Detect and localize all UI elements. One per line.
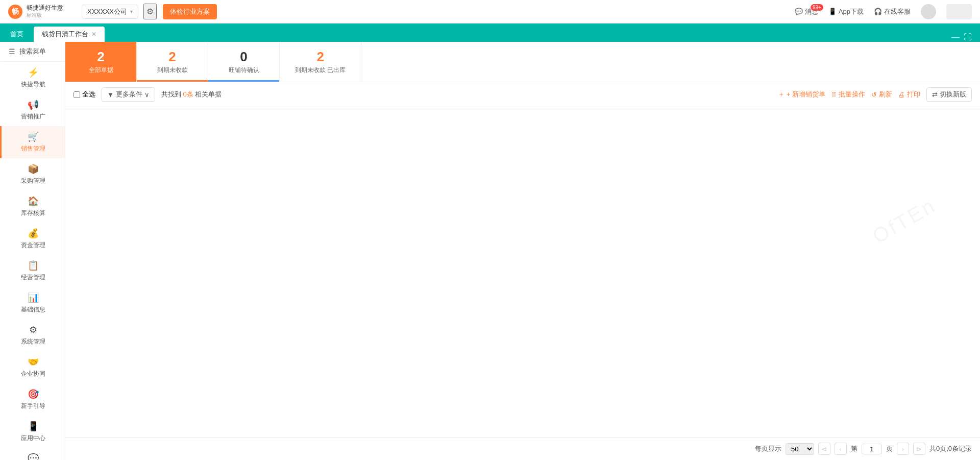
found-text: 共找到 0条 相关单据 — [161, 90, 222, 99]
purchase-icon: 📦 — [28, 163, 39, 175]
marketing-label: 营销推广 — [21, 112, 45, 121]
per-page-label: 每页显示 — [755, 444, 781, 453]
add-sale-button[interactable]: ＋ + 新增销货单 — [778, 90, 825, 99]
stat-card-overdue-shipped[interactable]: 2 到期未收款 已出库 — [280, 42, 361, 82]
print-label: 打印 — [907, 90, 920, 99]
select-all-input[interactable] — [74, 91, 80, 98]
company-name: XXXXXX公司 — [87, 7, 127, 16]
switch-label: 切换新版 — [940, 90, 966, 99]
nav-tabs-bar: 首页 钱货日清工作台 ✕ — ⛶ — [0, 23, 980, 42]
batch-operation-button[interactable]: ⠿ 批量操作 — [831, 90, 865, 99]
sidebar-item-app-center[interactable]: 📱 应用中心 — [0, 416, 65, 448]
trial-button[interactable]: 体验行业方案 — [163, 4, 217, 19]
print-button[interactable]: 🖨 打印 — [898, 90, 920, 99]
search-menu-icon: ☰ — [9, 47, 15, 56]
search-menu-label: 搜索菜单 — [19, 47, 46, 56]
sidebar-item-inventory[interactable]: 🏠 库存核算 — [0, 190, 65, 223]
enterprise-collab-label: 企业协同 — [21, 370, 45, 378]
messages-badge: 99+ — [811, 4, 823, 11]
stat-num-wangpu: 0 — [240, 49, 247, 65]
service-icon: 🎧 — [874, 8, 882, 15]
total-info: 共0页,0条记录 — [929, 444, 972, 453]
main-layout: ☰ 搜索菜单 ⚡ 快捷导航 📢 营销推广 🛒 销售管理 📦 采购管理 🏠 库存核… — [0, 42, 980, 460]
online-service-button[interactable]: 🎧 在线客服 — [874, 7, 911, 16]
select-all-label: 全选 — [82, 90, 95, 99]
add-sale-label: + 新增销货单 — [787, 90, 825, 99]
watermark: OfTEn — [869, 193, 940, 248]
logo-title: 畅捷通好生意 — [27, 4, 63, 12]
stat-card-overdue[interactable]: 2 到期未收款 — [137, 42, 208, 82]
sidebar-item-guide[interactable]: 🎯 新手引导 — [0, 383, 65, 416]
sales-label: 销售管理 — [21, 144, 45, 153]
download-icon: 📱 — [828, 8, 837, 15]
sidebar-item-basic-info[interactable]: 📊 基础信息 — [0, 287, 65, 319]
sidebar-item-search-menu[interactable]: ☰ 搜索菜单 — [0, 42, 65, 62]
avatar[interactable] — [921, 4, 936, 19]
maximize-icon[interactable]: ⛶ — [964, 33, 972, 42]
toolbar-right: ＋ + 新增销货单 ⠿ 批量操作 ↺ 刷新 🖨 打印 ⇄ 切换新版 — [778, 87, 972, 102]
logo-text-area: 畅捷通好生意 标准版 — [27, 4, 63, 19]
sidebar: ☰ 搜索菜单 ⚡ 快捷导航 📢 营销推广 🛒 销售管理 📦 采购管理 🏠 库存核… — [0, 42, 65, 460]
guide-label: 新手引导 — [21, 402, 45, 410]
chevron-down-icon: ▾ — [130, 9, 133, 14]
page-number-input[interactable] — [862, 444, 882, 454]
switch-version-button[interactable]: ⇄ 切换新版 — [926, 87, 972, 102]
refresh-button[interactable]: ↺ 刷新 — [871, 90, 892, 99]
basic-info-label: 基础信息 — [21, 305, 45, 314]
avatar-extra[interactable] — [946, 4, 972, 19]
settings-button[interactable]: ⚙ — [143, 4, 157, 19]
sidebar-item-purchase[interactable]: 📦 采购管理 — [0, 158, 65, 190]
online-service-label: 在线客服 — [884, 7, 911, 16]
sidebar-item-marketing[interactable]: 📢 营销推广 — [0, 94, 65, 126]
sidebar-item-enterprise-wechat[interactable]: 💬 企业微信 — [0, 448, 65, 460]
quick-nav-label: 快捷导航 — [21, 80, 45, 89]
system-label: 系统管理 — [21, 337, 45, 346]
tab-close-icon[interactable]: ✕ — [91, 31, 96, 38]
page-label-end: 页 — [886, 444, 893, 453]
filter-icon: ▼ — [107, 91, 114, 99]
sidebar-item-quick-nav[interactable]: ⚡ 快捷导航 — [0, 62, 65, 94]
app-center-icon: 📱 — [28, 421, 39, 432]
filter-label: 更多条件 — [116, 90, 142, 99]
minimize-icon[interactable]: — — [951, 33, 960, 42]
last-page-button[interactable]: ⊳ — [913, 443, 925, 455]
first-page-button[interactable]: ⊲ — [818, 443, 830, 455]
sidebar-item-operations[interactable]: 📋 经营管理 — [0, 255, 65, 287]
filter-button[interactable]: ▼ 更多条件 ∨ — [102, 87, 155, 102]
stat-label-overdue: 到期未收款 — [157, 66, 188, 75]
stat-label-overdue-shipped: 到期未收款 已出库 — [295, 66, 346, 75]
company-selector[interactable]: XXXXXX公司 ▾ — [82, 5, 138, 19]
operations-icon: 📋 — [28, 260, 39, 271]
logo-badge: 标准版 — [27, 12, 63, 19]
stat-label-wangpu: 旺铺待确认 — [229, 66, 259, 75]
top-header: 畅 畅捷通好生意 标准版 XXXXXX公司 ▾ ⚙ 体验行业方案 💬 消息 99… — [0, 0, 980, 23]
toolbar-left: 全选 ▼ 更多条件 ∨ 共找到 0条 相关单据 — [74, 87, 222, 102]
found-num: 0条 — [183, 90, 193, 98]
tab-qhrc-label: 钱货日清工作台 — [42, 30, 88, 39]
sidebar-item-sales[interactable]: 🛒 销售管理 — [0, 126, 65, 158]
app-download-button[interactable]: 📱 App下载 — [828, 7, 864, 16]
next-page-button[interactable]: › — [897, 443, 909, 455]
tab-home[interactable]: 首页 — [0, 27, 34, 42]
logo-area: 畅 畅捷通好生意 标准版 — [8, 4, 74, 19]
enterprise-collab-icon: 🤝 — [28, 356, 39, 368]
plus-icon: ＋ — [778, 90, 785, 99]
sidebar-item-enterprise-collab[interactable]: 🤝 企业协同 — [0, 351, 65, 383]
sales-icon: 🛒 — [28, 131, 39, 142]
per-page-select[interactable]: 50 100 200 — [786, 443, 814, 455]
stat-label-all: 全部单据 — [89, 66, 113, 75]
filter-chevron-icon: ∨ — [144, 91, 150, 99]
sidebar-item-finance[interactable]: 💰 资金管理 — [0, 223, 65, 255]
refresh-label: 刷新 — [879, 90, 892, 99]
batch-icon: ⠿ — [831, 91, 837, 99]
tab-qhrc[interactable]: 钱货日清工作台 ✕ — [34, 27, 105, 42]
select-all-checkbox[interactable]: 全选 — [74, 90, 95, 99]
switch-icon: ⇄ — [932, 91, 938, 99]
stat-card-all[interactable]: 2 全部单据 — [65, 42, 137, 82]
stat-card-wangpu[interactable]: 0 旺铺待确认 — [208, 42, 280, 82]
prev-page-button[interactable]: ‹ — [835, 443, 847, 455]
print-icon: 🖨 — [898, 91, 905, 99]
messages-button[interactable]: 💬 消息 99+ — [795, 7, 818, 16]
sidebar-item-system[interactable]: ⚙ 系统管理 — [0, 319, 65, 351]
nav-right-actions: — ⛶ — [951, 33, 980, 42]
